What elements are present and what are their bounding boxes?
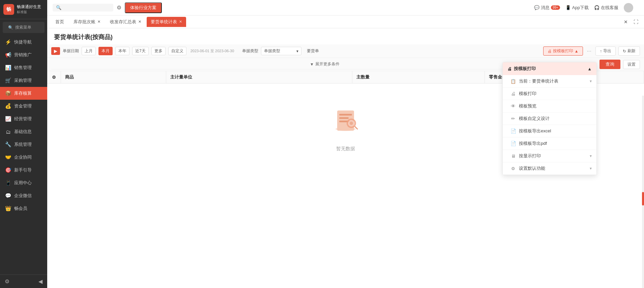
dropdown-collapse-icon[interactable]: ▲	[587, 66, 592, 71]
sidebar-search[interactable]: 🔍 搜索菜单	[3, 22, 45, 33]
quick-nav-icon: ⚡	[5, 39, 11, 45]
sales-label: 销售管理	[14, 65, 32, 71]
topbar-search-box[interactable]: 🔍	[53, 4, 113, 11]
sidebar-item-sales[interactable]: 📊 销售管理	[0, 61, 47, 74]
newbie-icon: 🎯	[5, 167, 11, 173]
sidebar-item-inventory[interactable]: 📦 库存核算	[0, 87, 47, 100]
enterprise-label: 企业协同	[14, 154, 32, 160]
empty-text: 暂无数据	[336, 146, 355, 152]
sidebar-item-appstore[interactable]: 📱 应用中心	[0, 177, 47, 189]
search-menu-label: 搜索菜单	[15, 25, 31, 30]
service-icon: 🎧	[594, 5, 599, 10]
tab-order-stats-close[interactable]: ✕	[179, 20, 182, 24]
date-btn-custom[interactable]: 自定义	[168, 47, 186, 55]
yaohuodan-label: 要货单	[307, 48, 319, 54]
template-custom-icon: ✏	[510, 116, 516, 121]
topbar-search-input[interactable]	[61, 5, 102, 10]
query-btn[interactable]: 查询	[599, 60, 620, 69]
dropdown-template-custom[interactable]: ✏ 模板自定义设计	[503, 113, 596, 125]
tabs-close-btn[interactable]: ✕	[622, 18, 630, 26]
dropdown-template-print[interactable]: 🖨 模板打印	[503, 88, 596, 100]
date-btn-this-month[interactable]: 本月	[98, 47, 113, 55]
sidebar-item-basics[interactable]: 🗂 基础信息	[0, 125, 47, 138]
tabs-expand-btn[interactable]: ⛶	[632, 18, 640, 26]
svg-rect-3	[339, 117, 349, 119]
marketing-label: 营销推广	[14, 52, 32, 58]
print-arrow-up: ▲	[575, 49, 579, 54]
basics-label: 基础信息	[14, 129, 32, 135]
col-settings[interactable]: ⚙	[47, 71, 61, 84]
message-action[interactable]: 💬 消息 99+	[534, 5, 560, 11]
sidebar-item-newbie[interactable]: 🎯 新手引导	[0, 164, 47, 177]
template-custom-label: 模板自定义设计	[519, 116, 550, 122]
tab-inventory-batch[interactable]: 库存批次账 ✕	[69, 17, 105, 27]
sidebar-item-marketing[interactable]: 📢 营销推广	[0, 49, 47, 61]
dropdown-template-pdf[interactable]: 📄 按模板导出pdf	[503, 137, 596, 150]
sidebar-item-quick-nav[interactable]: ⚡ 快捷导航	[0, 36, 47, 49]
date-btn-this-year[interactable]: 本年	[115, 47, 129, 55]
sidebar-item-system[interactable]: 🔧 系统管理	[0, 138, 47, 151]
settings-btn[interactable]: 设置	[623, 60, 640, 69]
toolbar-row1: ▶ 单据日期 上月 本月 本年 近7天 更多 自定义 2023-06-01 至 …	[47, 44, 644, 58]
date-btn-7days[interactable]: 近7天	[132, 47, 149, 55]
date-btn-more[interactable]: 更多	[151, 47, 166, 55]
message-label: 消息	[541, 5, 550, 11]
display-print-label: 按显示打印	[519, 153, 541, 159]
member-label: 畅会员	[14, 205, 27, 212]
toolbar-expand-btn[interactable]: ▶	[51, 47, 60, 55]
col-quantity: 主数量	[352, 71, 485, 84]
type-select[interactable]: 单据类型 ▾	[261, 47, 301, 55]
tab-collect-summary-close[interactable]: ✕	[138, 20, 141, 24]
tab-inventory-batch-close[interactable]: ✕	[97, 20, 100, 24]
dropdown-default-fn[interactable]: ⚙ 设置默认功能 ▾	[503, 162, 596, 175]
tab-collect-summary[interactable]: 收发存汇总表 ✕	[106, 17, 145, 27]
footer-settings-icon[interactable]: ⚙	[5, 278, 9, 285]
dropdown-display-print[interactable]: 🖥 按显示打印 ▾	[503, 150, 596, 162]
appstore-icon: 📱	[5, 180, 11, 186]
trial-button[interactable]: 体验行业方案	[125, 2, 162, 13]
type-select-arrow: ▾	[296, 49, 298, 54]
finance-label: 资金管理	[14, 103, 32, 109]
user-avatar[interactable]	[624, 3, 633, 12]
topbar-gear-icon[interactable]: ⚙	[117, 4, 121, 11]
footer-collapse-icon[interactable]: ◀	[38, 278, 42, 285]
sidebar-item-member[interactable]: 👑 畅会员	[0, 202, 47, 215]
scrollbar[interactable]	[642, 96, 644, 288]
dropdown-header[interactable]: 🖨 按模板打印 ▲	[503, 62, 596, 75]
sidebar-item-purchase[interactable]: 🛒 采购管理	[0, 74, 47, 87]
dropdown-print-icon: 🖨	[507, 66, 512, 71]
template-preview-icon: 👁	[510, 103, 516, 109]
type-label: 单据类型	[242, 48, 258, 54]
expand-more-icon: ▼	[310, 62, 314, 67]
operations-icon: 📈	[5, 116, 11, 122]
sidebar-item-operations[interactable]: 📈 经营管理	[0, 113, 47, 125]
sidebar-item-enterprise[interactable]: 🤝 企业协同	[0, 151, 47, 164]
print-label: 按模板打印	[553, 48, 573, 54]
toolbar-right: 🖨 按模板打印 ▲ ··· ↑ 导出 ↻ 刷新	[543, 46, 640, 56]
dropdown-template-excel[interactable]: 📄 按模板导出excel	[503, 125, 596, 137]
dropdown-template-preview[interactable]: 👁 模板预览	[503, 100, 596, 113]
dropdown-menu: 🖨 按模板打印 ▲ 📋 当前：要货单统计表 ▾ 🖨 模板打印 👁	[502, 62, 597, 175]
template-excel-icon: 📄	[510, 128, 516, 134]
sidebar-item-finance[interactable]: 💰 资金管理	[0, 100, 47, 113]
refresh-btn[interactable]: ↻ 刷新	[618, 46, 640, 56]
template-pdf-label: 按模板导出pdf	[519, 140, 547, 147]
export-btn[interactable]: ↑ 导出	[595, 46, 616, 56]
marketing-icon: 📢	[5, 52, 11, 58]
dropdown-current-item[interactable]: 📋 当前：要货单统计表 ▾	[503, 75, 596, 88]
display-print-arrow: ▾	[590, 154, 592, 158]
sidebar-item-wechat[interactable]: 💬 企业微信	[0, 189, 47, 202]
export-label: 导出	[603, 48, 611, 54]
expand-more-label: 展开更多条件	[315, 61, 340, 67]
date-btn-last-month[interactable]: 上月	[82, 47, 96, 55]
topbar: 🔍 ⚙ 体验行业方案 💬 消息 99+ 📱 App下载 🎧 在线客服	[47, 0, 644, 15]
topbar-search-icon: 🔍	[56, 5, 61, 10]
print-template-btn[interactable]: 🖨 按模板打印 ▲	[543, 46, 583, 56]
app-download-action[interactable]: 📱 App下载	[565, 5, 589, 11]
tab-order-stats[interactable]: 要货单统计表 ✕	[147, 17, 186, 27]
dots-btn[interactable]: ···	[586, 48, 593, 54]
wechat-icon: 💬	[5, 193, 11, 199]
online-service-action[interactable]: 🎧 在线客服	[594, 5, 618, 11]
scrollbar-thumb[interactable]	[642, 192, 644, 205]
tab-home[interactable]: 首页	[51, 17, 68, 27]
